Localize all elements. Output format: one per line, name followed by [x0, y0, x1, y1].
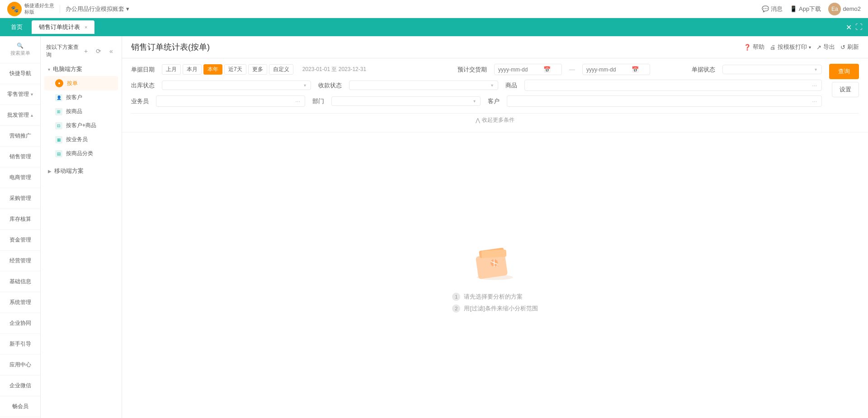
help-button[interactable]: ❓ 帮助: [744, 43, 764, 51]
sidebar-item-purchase[interactable]: 采购管理: [0, 188, 40, 209]
sidebar-item-marketing[interactable]: 营销推广: [0, 126, 40, 147]
template-print-button[interactable]: 🖨 按模板打印 ▾: [770, 43, 811, 51]
filter-area: 单据日期 上月 本月 本年 近7天 更多 自定义 2023-01-01 至 20…: [122, 58, 868, 132]
app-selector[interactable]: 办公用品行业模拟账套 ▾: [60, 5, 129, 13]
sidebar-item-finance[interactable]: 资金管理: [0, 230, 40, 251]
goods-select[interactable]: ···: [524, 80, 822, 91]
chevron-right-icon: ▶: [48, 169, 52, 174]
sidebar-item-appcenter[interactable]: 应用中心: [0, 355, 40, 375]
date-btn-custom[interactable]: 自定义: [269, 64, 293, 75]
date-btn-7days[interactable]: 近7天: [224, 64, 246, 75]
sidebar-item-inventory[interactable]: 库存核算: [0, 209, 40, 230]
tab-close-icon[interactable]: ×: [85, 24, 87, 30]
tab-minimize-icon[interactable]: ✕: [846, 23, 852, 32]
tab-home[interactable]: 首页: [4, 20, 30, 34]
scheme-category-pc[interactable]: ▾ 电脑端方案: [44, 62, 118, 76]
tab-maximize-icon[interactable]: ⛶: [855, 23, 863, 32]
sidebar-item-newuser[interactable]: 新手引导: [0, 334, 40, 355]
delivery-date-end-input[interactable]: [586, 66, 632, 73]
status-select-arrow: ▾: [815, 67, 817, 72]
salesperson-select[interactable]: ···: [156, 95, 305, 107]
collapse-button[interactable]: ⋀ 收起更多条件: [476, 116, 514, 124]
top-bar: 🐾 畅捷通好生意 标版 办公用品行业模拟账套 ▾ 💬 消息 📱 App下载 Ea…: [0, 0, 868, 18]
scheme-item-by-order[interactable]: ● 按单: [44, 76, 118, 90]
date-btn-last-month[interactable]: 上月: [162, 64, 181, 75]
tab-bar-actions: ✕ ⛶: [846, 23, 863, 32]
salesperson-more-icon[interactable]: ···: [295, 98, 300, 104]
setting-button[interactable]: 设置: [832, 82, 859, 97]
sidebar-item-member[interactable]: 畅会员: [0, 396, 40, 417]
tab-sales-stat[interactable]: 销售订单统计表 ×: [32, 20, 94, 34]
page-header: 销售订单统计表(按单) ❓ 帮助 🖨 按模板打印 ▾ ↗ 导出: [122, 36, 868, 58]
print-arrow-icon: ▾: [809, 45, 811, 50]
sidebar-item-ecommerce[interactable]: 电商管理: [0, 167, 40, 188]
delivery-date-start-input[interactable]: [498, 66, 543, 73]
sidebar-item-retail[interactable]: 零售管理 ▾: [0, 84, 40, 105]
message-button[interactable]: 💬 消息: [762, 5, 783, 13]
sidebar-quick-nav[interactable]: 快捷导航: [0, 63, 40, 84]
download-button[interactable]: 📱 App下载: [790, 5, 821, 13]
scheme-item-by-category[interactable]: ▤ 按商品分类: [44, 147, 118, 161]
scheme-item-by-customer[interactable]: 👤 按客户: [44, 90, 118, 104]
logo-icon: 🐾: [7, 2, 22, 16]
empty-tips: 1 请先选择要分析的方案 2 用[过滤]条件来缩小分析范围: [452, 291, 538, 314]
sidebar-item-operations[interactable]: 经营管理: [0, 251, 40, 271]
delivery-date-start[interactable]: 📅: [494, 64, 562, 75]
sidebar-item-enterprise[interactable]: 企业协同: [0, 313, 40, 334]
refresh-scheme-button[interactable]: ⟳: [94, 46, 104, 56]
date-label: 单据日期: [131, 66, 155, 74]
department-label: 部门: [312, 97, 324, 105]
department-select[interactable]: ▾: [331, 96, 481, 106]
user-area[interactable]: Ea demo2: [828, 3, 861, 15]
customer-select[interactable]: ···: [507, 95, 822, 107]
query-button[interactable]: 查询: [829, 64, 859, 79]
refresh-button[interactable]: ↺ 刷新: [840, 43, 859, 51]
tab-bar: 首页 销售订单统计表 × ✕ ⛶: [0, 18, 868, 36]
date-btn-this-year[interactable]: 本年: [203, 64, 222, 75]
chevron-down-icon: ▾: [48, 67, 50, 72]
sidebar-search[interactable]: 🔍 搜索菜单: [0, 36, 40, 63]
delivery-status-select[interactable]: ▾: [162, 81, 311, 90]
sidebar-item-wechat[interactable]: 企业微信: [0, 375, 40, 396]
payment-select-arrow: ▾: [491, 83, 493, 88]
export-button[interactable]: ↗ 导出: [816, 43, 835, 51]
scheme-item-by-customer-goods[interactable]: ⊟ 按客户+商品: [44, 119, 118, 133]
payment-status-select[interactable]: ▾: [349, 81, 498, 90]
sidebar-item-sales[interactable]: 销售管理: [0, 147, 40, 167]
sidebar-item-system[interactable]: 系统管理: [0, 292, 40, 313]
scheme-category-mobile[interactable]: ▶ 移动端方案: [44, 164, 118, 178]
filter-row-status: 出库状态 ▾ 收款状态 ▾ 商品: [131, 80, 822, 91]
collapse-panel-button[interactable]: «: [106, 46, 116, 56]
scheme-section: ▾ 电脑端方案 ● 按单 👤 按客户 ⊞ 按商品 ⊟ 按客户+商品: [41, 62, 122, 178]
dept-select-arrow: ▾: [473, 99, 476, 104]
chevron-icon: ▴: [31, 113, 33, 118]
scheme-active-icon: ●: [55, 79, 63, 87]
search-icon: 🔍: [17, 43, 24, 49]
date-shortcuts: 上月 本月 本年 近7天 更多 自定义: [162, 64, 293, 75]
filter-row-person: 业务员 ··· 部门 ▾ 客户: [131, 95, 822, 107]
goods-label: 商品: [505, 81, 517, 90]
date-btn-more[interactable]: 更多: [248, 64, 267, 75]
chevron-icon: ▾: [31, 92, 33, 97]
scheme-item-by-salesperson[interactable]: ▦ 按业务员: [44, 133, 118, 147]
sidebar-item-wholesale[interactable]: 批发管理 ▴: [0, 105, 40, 126]
empty-state: 1 请先选择要分析的方案 2 用[过滤]条件来缩小分析范围: [122, 133, 868, 418]
filter-main: 单据日期 上月 本月 本年 近7天 更多 自定义 2023-01-01 至 20…: [131, 64, 822, 111]
customer-more-icon[interactable]: ···: [812, 98, 817, 104]
scheme-customer-icon: 👤: [55, 94, 62, 101]
chevron-down-icon: ▾: [126, 5, 129, 12]
date-btn-this-month[interactable]: 本月: [183, 64, 202, 75]
status-select[interactable]: ▾: [722, 65, 822, 74]
avatar: Ea: [828, 3, 841, 15]
delivery-date-end[interactable]: 📅: [582, 64, 650, 75]
left-panel-actions: + ⟳ «: [81, 46, 116, 56]
sidebar-item-basic[interactable]: 基础信息: [0, 271, 40, 292]
print-icon: 🖨: [770, 44, 776, 51]
goods-more-icon[interactable]: ···: [812, 82, 817, 89]
help-icon: ❓: [744, 44, 751, 51]
add-scheme-button[interactable]: +: [81, 46, 91, 56]
page-title: 销售订单统计表(按单): [131, 42, 210, 52]
left-panel-header: 按以下方案查询 + ⟳ «: [41, 40, 122, 62]
empty-tip-2: 2 用[过滤]条件来缩小分析范围: [452, 303, 538, 314]
scheme-item-by-goods[interactable]: ⊞ 按商品: [44, 104, 118, 119]
